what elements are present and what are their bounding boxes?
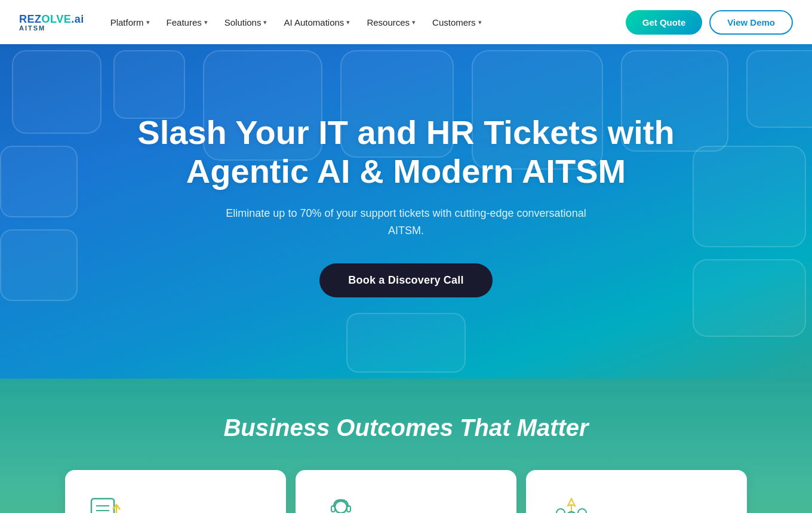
efficiency-icon bbox=[87, 494, 134, 513]
nav-features-label: Features bbox=[167, 17, 202, 27]
nav-item-solutions[interactable]: Solutions ▾ bbox=[217, 13, 275, 32]
view-demo-button[interactable]: View Demo bbox=[709, 10, 793, 35]
chevron-down-icon: ▾ bbox=[412, 19, 416, 26]
nav-item-features[interactable]: Features ▾ bbox=[159, 13, 215, 32]
card-enterprise: ★ ★ ★ Seamless Enterprise Support Ensure… bbox=[296, 470, 516, 513]
enterprise-icon: ★ ★ ★ bbox=[317, 494, 365, 513]
outcomes-cards: Maximize Efficiency, Minimize Costs Auto… bbox=[24, 470, 788, 513]
navbar: REZOLVE.ai AITSM Platform ▾ Features ▾ S… bbox=[0, 0, 812, 44]
outcomes-title: Business Outcomes That Matter bbox=[24, 414, 788, 441]
svg-point-13 bbox=[556, 509, 565, 513]
card-efficiency: Maximize Efficiency, Minimize Costs Auto… bbox=[65, 470, 286, 513]
nav-ai-label: AI Automations bbox=[284, 17, 344, 27]
svg-point-14 bbox=[578, 509, 586, 513]
get-quote-button[interactable]: Get Quote bbox=[626, 10, 703, 35]
outcomes-section: Business Outcomes That Matter bbox=[0, 379, 812, 513]
nav-item-ai-automations[interactable]: AI Automations ▾ bbox=[276, 13, 357, 32]
always-on-icon bbox=[548, 494, 595, 513]
book-discovery-button[interactable]: Book a Discovery Call bbox=[319, 263, 492, 297]
logo-text: REZOLVE.ai bbox=[19, 13, 84, 26]
nav-solutions-label: Solutions bbox=[224, 17, 262, 27]
chevron-down-icon: ▾ bbox=[204, 19, 208, 26]
logo-subtitle: AITSM bbox=[19, 24, 84, 32]
chevron-down-icon: ▾ bbox=[346, 19, 350, 26]
chevron-down-icon: ▾ bbox=[478, 19, 482, 26]
nav-item-customers[interactable]: Customers ▾ bbox=[425, 13, 489, 32]
nav-platform-label: Platform bbox=[110, 17, 144, 27]
chevron-down-icon: ▾ bbox=[146, 19, 150, 26]
chevron-down-icon: ▾ bbox=[263, 19, 267, 26]
logo[interactable]: REZOLVE.ai AITSM bbox=[19, 13, 84, 32]
nav-actions: Get Quote View Demo bbox=[626, 10, 793, 35]
nav-customers-label: Customers bbox=[432, 17, 476, 27]
nav-items: Platform ▾ Features ▾ Solutions ▾ AI Aut… bbox=[103, 13, 626, 32]
svg-point-8 bbox=[335, 501, 347, 513]
hero-title: Slash Your IT and HR Tickets with Agenti… bbox=[137, 113, 675, 191]
card-always-on: Always-On Support, Happier Workplaces Em… bbox=[526, 470, 747, 513]
hero-section: Slash Your IT and HR Tickets with Agenti… bbox=[0, 44, 812, 379]
hero-subtitle: Eliminate up to 70% of your support tick… bbox=[221, 205, 591, 239]
nav-item-resources[interactable]: Resources ▾ bbox=[359, 13, 423, 32]
nav-resources-label: Resources bbox=[367, 17, 410, 27]
nav-item-platform[interactable]: Platform ▾ bbox=[103, 13, 157, 32]
